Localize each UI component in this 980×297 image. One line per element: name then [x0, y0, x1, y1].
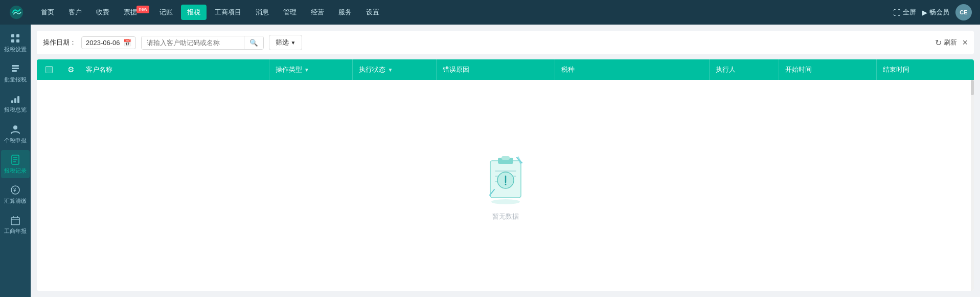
op-type-filter-icon: ▼: [304, 67, 309, 73]
empty-state: 暂无数据: [480, 150, 531, 221]
svg-rect-5: [12, 65, 19, 67]
search-icon: 🔍: [249, 39, 258, 47]
nav-home[interactable]: 首页: [35, 5, 60, 20]
filter-button[interactable]: 筛选 ▼: [269, 35, 303, 50]
fullscreen-icon: ⛶: [893, 8, 901, 17]
svg-rect-18: [11, 218, 19, 225]
svg-rect-4: [16, 39, 19, 43]
personal-tax-icon: [10, 124, 21, 135]
tax-settings-icon: [10, 33, 21, 44]
toolbar: 操作日期： 2023-06-06 📅 🔍 筛选 ▼ ↻ 刷新 ×: [37, 31, 974, 54]
col-header-error: 错误原因: [437, 59, 556, 80]
col-header-status[interactable]: 执行状态 ▼: [353, 59, 436, 80]
sidebar-item-annual-report[interactable]: 工商年报: [1, 210, 30, 239]
sidebar-item-personal-tax[interactable]: 个税申报: [1, 120, 30, 148]
empty-illustration: [480, 150, 531, 206]
col-header-taxtype: 税种: [555, 59, 710, 80]
search-button[interactable]: 🔍: [244, 36, 263, 49]
col-header-start-time: 开始时间: [779, 59, 877, 80]
nav-finance[interactable]: 经营: [305, 5, 330, 20]
nav-fee[interactable]: 收费: [90, 5, 116, 20]
sidebar-item-settlement[interactable]: ¥ 汇算清缴: [1, 180, 30, 208]
nav-service[interactable]: 服务: [332, 5, 358, 20]
sidebar-item-tax-settings[interactable]: 报税设置: [1, 29, 30, 57]
nav-business[interactable]: 工商项目: [209, 5, 247, 20]
refresh-button[interactable]: ↻ 刷新: [935, 38, 957, 48]
svg-point-11: [13, 125, 17, 130]
table-container: ⚙ 客户名称 操作类型 ▼ 执行状态 ▼ 错误原因 税种: [37, 59, 974, 291]
col-header-executor: 执行人: [710, 59, 779, 80]
refresh-icon: ↻: [935, 38, 942, 48]
nav-invoice[interactable]: 票据 new: [118, 5, 151, 20]
settings-gear-icon[interactable]: ⚙: [67, 65, 74, 74]
app-logo[interactable]: [8, 4, 25, 20]
video-icon: ▶: [922, 9, 927, 16]
table-header: ⚙ 客户名称 操作类型 ▼ 执行状态 ▼ 错误原因 税种: [37, 59, 974, 80]
nav-right: ⛶ 全屏 ▶ 畅会员 CE: [893, 4, 972, 20]
search-box: 🔍: [141, 36, 264, 50]
invoice-badge: new: [136, 6, 149, 13]
table-body: 暂无数据: [37, 80, 974, 291]
svg-point-33: [489, 194, 491, 196]
svg-point-29: [505, 184, 506, 185]
scrollbar[interactable]: [971, 80, 974, 291]
svg-text:¥: ¥: [13, 187, 16, 193]
svg-rect-23: [502, 156, 510, 160]
nav-settings[interactable]: 设置: [360, 5, 385, 20]
nav-ledger[interactable]: 记账: [153, 5, 179, 20]
main-layout: 报税设置 批量报税 报税总览: [0, 25, 980, 297]
scrollbar-thumb[interactable]: [971, 80, 974, 95]
svg-rect-10: [17, 96, 19, 103]
sidebar-item-tax-summary[interactable]: 报税总览: [1, 89, 30, 117]
sidebar-item-batch-tax[interactable]: 批量报税: [1, 59, 30, 87]
svg-rect-6: [12, 68, 19, 69]
fullscreen-button[interactable]: ⛶ 全屏: [893, 8, 916, 17]
tax-records-icon: [10, 154, 21, 165]
nav-customer[interactable]: 客户: [62, 5, 88, 20]
sidebar: 报税设置 批量报税 报税总览: [0, 25, 31, 297]
date-value: 2023-06-06: [86, 39, 120, 47]
sidebar-item-tax-records[interactable]: 报税记录: [1, 150, 30, 178]
calendar-icon: 📅: [123, 39, 131, 47]
svg-rect-3: [11, 39, 14, 43]
content-area: 操作日期： 2023-06-06 📅 🔍 筛选 ▼ ↻ 刷新 ×: [31, 25, 980, 297]
svg-rect-2: [16, 34, 19, 37]
col-header-op-type[interactable]: 操作类型 ▼: [269, 59, 353, 80]
member-button[interactable]: ▶ 畅会员: [922, 8, 949, 17]
svg-point-20: [491, 199, 520, 204]
date-label: 操作日期：: [43, 38, 76, 47]
nav-message[interactable]: 消息: [249, 5, 275, 20]
nav-items: 首页 客户 收费 票据 new 记账 报税 工商项目 消息 管理 经营 服务 设…: [35, 5, 893, 20]
settlement-icon: ¥: [10, 184, 21, 196]
status-filter-icon: ▼: [388, 67, 393, 73]
svg-rect-1: [11, 34, 14, 37]
annual-report-icon: [10, 215, 21, 226]
nav-tax[interactable]: 报税: [181, 5, 207, 20]
batch-tax-icon: [10, 63, 21, 74]
header-settings-cell: ⚙: [61, 65, 80, 74]
svg-rect-8: [11, 100, 13, 103]
svg-rect-9: [14, 98, 16, 103]
filter-chevron-icon: ▼: [291, 40, 296, 46]
close-button[interactable]: ×: [962, 38, 968, 47]
svg-rect-7: [12, 70, 17, 72]
select-all-checkbox[interactable]: [45, 66, 53, 73]
nav-admin[interactable]: 管理: [277, 5, 303, 20]
col-header-end-time: 结束时间: [877, 59, 974, 80]
search-input[interactable]: [142, 36, 244, 49]
header-checkbox-cell: [37, 66, 61, 73]
col-header-customer: 客户名称: [80, 59, 269, 80]
empty-text: 暂无数据: [492, 212, 519, 221]
close-icon: ×: [962, 37, 968, 48]
tax-summary-icon: [10, 93, 21, 104]
date-picker[interactable]: 2023-06-06 📅: [81, 36, 136, 49]
top-navigation: 首页 客户 收费 票据 new 记账 报税 工商项目 消息 管理 经营 服务 设…: [0, 0, 980, 25]
user-avatar[interactable]: CE: [955, 4, 972, 20]
